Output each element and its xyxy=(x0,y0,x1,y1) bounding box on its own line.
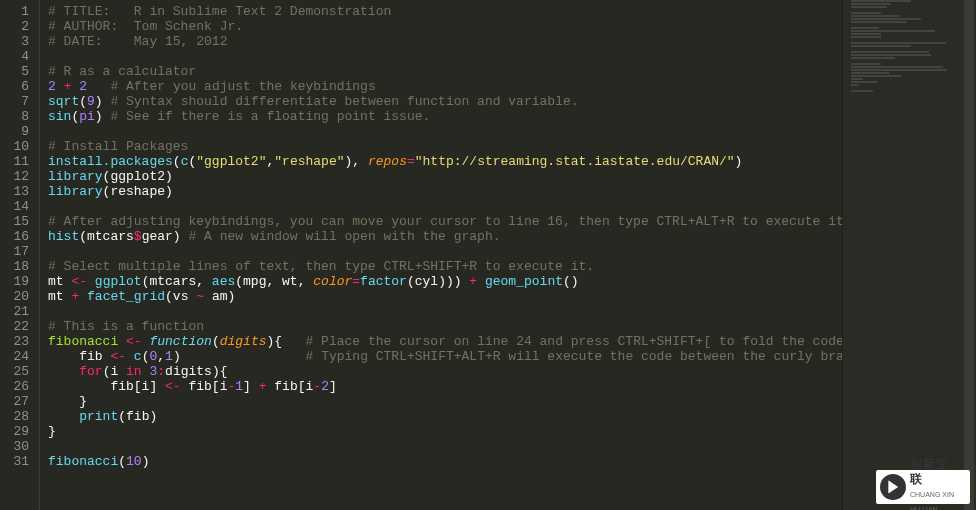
code-line[interactable]: # After adjusting keybindings, you can m… xyxy=(48,214,842,229)
line-number[interactable]: 9 xyxy=(6,124,29,139)
code-line[interactable]: 2 + 2 # After you adjust the keybindings xyxy=(48,79,842,94)
code-line[interactable]: # Install Packages xyxy=(48,139,842,154)
line-number[interactable]: 13 xyxy=(6,184,29,199)
code-token: + xyxy=(469,274,477,289)
line-number[interactable]: 4 xyxy=(6,49,29,64)
code-line[interactable]: mt + facet_grid(vs ~ am) xyxy=(48,289,842,304)
line-number[interactable]: 30 xyxy=(6,439,29,454)
code-line[interactable]: # Select multiple lines of text, then ty… xyxy=(48,259,842,274)
code-token: (ggplot2) xyxy=(103,169,173,184)
line-number[interactable]: 17 xyxy=(6,244,29,259)
vertical-scrollbar[interactable] xyxy=(962,0,976,510)
code-line[interactable]: for(i in 3:digits){ xyxy=(48,364,842,379)
line-number[interactable]: 24 xyxy=(6,349,29,364)
line-number[interactable]: 22 xyxy=(6,319,29,334)
minimap-line xyxy=(851,0,911,2)
code-line[interactable]: # R as a calculator xyxy=(48,64,842,79)
line-number[interactable]: 27 xyxy=(6,394,29,409)
code-token: (mtcars xyxy=(79,229,134,244)
code-token: c xyxy=(134,349,142,364)
line-number[interactable]: 7 xyxy=(6,94,29,109)
line-number[interactable]: 28 xyxy=(6,409,29,424)
line-number[interactable]: 12 xyxy=(6,169,29,184)
code-line[interactable]: fibonacci(10) xyxy=(48,454,842,469)
code-line[interactable] xyxy=(48,124,842,139)
code-token xyxy=(48,409,79,424)
minimap-line xyxy=(851,6,887,8)
code-token: ) xyxy=(95,94,111,109)
watermark-badge: 创新互联 CHUANG XIN HU LIAN xyxy=(876,470,970,504)
code-token: ) xyxy=(95,109,111,124)
watermark-icon xyxy=(880,474,906,500)
code-token: 1 xyxy=(165,349,173,364)
code-line[interactable]: # This is a function xyxy=(48,319,842,334)
code-line[interactable]: # AUTHOR: Tom Schenk Jr. xyxy=(48,19,842,34)
line-number[interactable]: 16 xyxy=(6,229,29,244)
code-line[interactable]: fib <- c(0,1) # Typing CTRL+SHIFT+ALT+R … xyxy=(48,349,842,364)
code-token: # See if there is a floating point issue… xyxy=(110,109,430,124)
scroll-thumb[interactable] xyxy=(964,0,974,510)
line-number[interactable]: 6 xyxy=(6,79,29,94)
line-number[interactable]: 1 xyxy=(6,4,29,19)
code-line[interactable] xyxy=(48,304,842,319)
code-token: fib[i xyxy=(181,379,228,394)
code-line[interactable]: hist(mtcars$gear) # A new window will op… xyxy=(48,229,842,244)
code-line[interactable]: } xyxy=(48,424,842,439)
line-number[interactable]: 18 xyxy=(6,259,29,274)
minimap-line xyxy=(851,15,899,17)
code-line[interactable]: mt <- ggplot(mtcars, aes(mpg, wt, color=… xyxy=(48,274,842,289)
minimap-line xyxy=(851,81,877,83)
code-token: pi xyxy=(79,109,95,124)
line-number[interactable]: 14 xyxy=(6,199,29,214)
code-line[interactable] xyxy=(48,439,842,454)
minimap-line xyxy=(851,90,873,92)
code-token: repos xyxy=(368,154,407,169)
line-number[interactable]: 10 xyxy=(6,139,29,154)
code-token: sqrt xyxy=(48,94,79,109)
line-number-gutter[interactable]: 1234567891011121314151617181920212223242… xyxy=(0,0,40,510)
code-token: ] xyxy=(329,379,337,394)
code-line[interactable] xyxy=(48,244,842,259)
code-line[interactable]: print(fib) xyxy=(48,409,842,424)
line-number[interactable]: 23 xyxy=(6,334,29,349)
code-token: digits){ xyxy=(165,364,227,379)
line-number[interactable]: 3 xyxy=(6,34,29,49)
line-number[interactable]: 21 xyxy=(6,304,29,319)
line-number[interactable]: 5 xyxy=(6,64,29,79)
code-line[interactable]: fibonacci <- function(digits){ # Place t… xyxy=(48,334,842,349)
line-number[interactable]: 11 xyxy=(6,154,29,169)
code-token: , xyxy=(157,349,165,364)
line-number[interactable]: 2 xyxy=(6,19,29,34)
line-number[interactable]: 8 xyxy=(6,109,29,124)
minimap-line xyxy=(851,72,889,74)
code-line[interactable]: library(reshape) xyxy=(48,184,842,199)
code-line[interactable]: } xyxy=(48,394,842,409)
line-number[interactable]: 31 xyxy=(6,454,29,469)
code-line[interactable]: fib[i] <- fib[i-1] + fib[i-2] xyxy=(48,379,842,394)
code-token: # After adjusting keybindings, you can m… xyxy=(48,214,842,229)
line-number[interactable]: 19 xyxy=(6,274,29,289)
code-token: 2 xyxy=(79,79,87,94)
code-line[interactable]: install.packages(c("ggplot2","reshape"),… xyxy=(48,154,842,169)
line-number[interactable]: 15 xyxy=(6,214,29,229)
code-token: # This is a function xyxy=(48,319,204,334)
code-token: # Syntax should differentiate between fu… xyxy=(110,94,578,109)
code-line[interactable] xyxy=(48,199,842,214)
line-number[interactable]: 25 xyxy=(6,364,29,379)
code-line[interactable]: sin(pi) # See if there is a floating poi… xyxy=(48,109,842,124)
code-line[interactable]: sqrt(9) # Syntax should differentiate be… xyxy=(48,94,842,109)
code-line[interactable] xyxy=(48,49,842,64)
code-area[interactable]: # TITLE: R in Sublime Text 2 Demonstrati… xyxy=(40,0,842,510)
code-token: ( xyxy=(173,154,181,169)
minimap[interactable] xyxy=(842,0,962,510)
code-token: digits xyxy=(220,334,267,349)
minimap-line xyxy=(851,66,943,68)
code-token: color xyxy=(313,274,352,289)
line-number[interactable]: 26 xyxy=(6,379,29,394)
code-line[interactable]: library(ggplot2) xyxy=(48,169,842,184)
line-number[interactable]: 29 xyxy=(6,424,29,439)
code-line[interactable]: # TITLE: R in Sublime Text 2 Demonstrati… xyxy=(48,4,842,19)
line-number[interactable]: 20 xyxy=(6,289,29,304)
code-line[interactable]: # DATE: May 15, 2012 xyxy=(48,34,842,49)
code-token: <- xyxy=(71,274,87,289)
